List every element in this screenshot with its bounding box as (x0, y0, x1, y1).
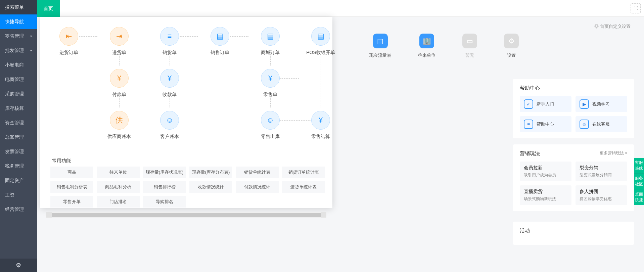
float-hotline[interactable]: 客服热线 (634, 158, 644, 174)
shortcut-settings[interactable]: ⚙ 设置 (504, 34, 519, 58)
panel-title: 活动 (520, 228, 627, 234)
placeholder-icon: ▭ (462, 34, 477, 48)
sidebar: 搜索菜单 快捷导航 零售管理▾ 批发管理▾ 小畅电商 电商管理 采购管理 库存核… (0, 0, 37, 272)
customize-home-link[interactable]: 首页自定义设置 (594, 24, 631, 30)
fn-guide-rank[interactable]: 导购排名 (143, 196, 186, 208)
sidebar-item-salary[interactable]: 工资 (0, 188, 37, 202)
fn-contact[interactable]: 往来单位 (97, 167, 140, 178)
fn-product[interactable]: 商品 (50, 167, 93, 178)
float-community[interactable]: 服务社区 (634, 174, 644, 189)
fn-sale-order-stat[interactable]: 销货订单统计表 (282, 167, 325, 178)
node-sale-order[interactable]: ▤销售订单 (195, 27, 245, 56)
shortcut-contacts[interactable]: 🏢 往来单位 (418, 34, 435, 58)
pos-icon: ▤ (311, 27, 330, 46)
node-purchase-bill[interactable]: ⇥进货单 (94, 27, 144, 56)
panel-activity: 活动 (513, 222, 634, 245)
payment-icon: ¥ (110, 69, 129, 88)
fn-store-rank[interactable]: 门店排名 (97, 196, 140, 208)
panel-title: 营销玩法 更多营销玩法 > (520, 150, 627, 157)
order-out-icon: ⇥ (110, 27, 129, 46)
marketing-more-link[interactable]: 更多营销玩法 > (600, 150, 627, 156)
scrollbar-thumb[interactable] (52, 213, 321, 217)
help-support[interactable]: ☺在线客服 (576, 116, 627, 132)
node-customer-ledger[interactable]: ☺客户账本 (144, 111, 195, 140)
headset-icon: ☺ (580, 120, 589, 129)
sidebar-item-ledger[interactable]: 总账管理 (0, 130, 37, 144)
function-grid: 商品 往来单位 现存量(库存状况表) 现存量(库存分布表) 销货单统计表 销货订… (44, 167, 329, 208)
fn-sale-bill-stat[interactable]: 销货单统计表 (236, 167, 279, 178)
supplier-icon: 供 (110, 111, 129, 130)
node-receipt[interactable]: ¥收款单 (144, 69, 195, 98)
fn-receipt-stat[interactable]: 收款情况统计 (189, 181, 232, 193)
expand-icon: ⛶ (634, 6, 638, 11)
sidebar-item-purchase[interactable]: 采购管理 (0, 87, 37, 101)
bill-icon: ≡ (160, 27, 179, 46)
video-icon: ▶ (580, 99, 589, 109)
flow-connector (321, 50, 321, 107)
building-icon: 🏢 (419, 34, 434, 48)
fn-payment-stat[interactable]: 付款情况统计 (236, 181, 279, 193)
panel-marketing: 营销玩法 更多营销玩法 > 会员拉新吸引用户成为会员 裂变分销裂变式发展分销商 … (513, 144, 634, 211)
help-center[interactable]: ≡帮助中心 (520, 116, 571, 132)
fn-stock-dist[interactable]: 现存量(库存分布表) (189, 167, 232, 178)
gear-icon: ⚙ (16, 262, 21, 269)
node-retail-settle[interactable]: ¥零售结算 (295, 111, 346, 140)
flow-diagram: ⇤进货订单 ⇥进货单 ≡销货单 ▤销售订单 ▤商城订单 ▤POS收银开单 ¥付款… (44, 27, 329, 154)
outbound-icon: ☺ (261, 111, 280, 130)
fn-stock-status[interactable]: 现存量(库存状况表) (143, 167, 186, 178)
topbar: 首页 ⛶ (37, 0, 644, 17)
node-payment[interactable]: ¥付款单 (94, 69, 144, 98)
mkt-fission[interactable]: 裂变分销裂变式发展分销商 (576, 162, 627, 181)
node-supplier-ledger[interactable]: 供供应商账本 (94, 111, 144, 140)
doc-icon: ▤ (211, 27, 229, 46)
sidebar-settings-button[interactable]: ⚙ (0, 259, 37, 272)
settle-icon: ¥ (311, 111, 330, 130)
sidebar-item-tax[interactable]: 税务管理 (0, 159, 37, 173)
fn-purchase-stat[interactable]: 进货单统计表 (282, 181, 325, 193)
fullscreen-button[interactable]: ⛶ (631, 3, 641, 13)
doc-icon: ✓ (524, 99, 533, 109)
shortcut-cashflow[interactable]: ▤ 现金流量表 (369, 34, 391, 58)
fn-sale-profit[interactable]: 销售毛利分析表 (50, 181, 93, 193)
sidebar-item-fixedasset[interactable]: 固定资产 (0, 173, 37, 188)
node-mall-order[interactable]: ▤商城订单 (245, 27, 295, 56)
mkt-member[interactable]: 会员拉新吸引用户成为会员 (520, 162, 571, 181)
help-getting-started[interactable]: ✓新手入门 (520, 96, 571, 112)
sidebar-search[interactable]: 搜索菜单 (0, 0, 37, 14)
sidebar-item-inventory[interactable]: 库存核算 (0, 101, 37, 116)
mkt-group[interactable]: 多人拼团拼团购物享受优惠 (576, 185, 627, 205)
common-functions-title: 常用功能 (52, 158, 329, 164)
book-icon: ≡ (524, 120, 533, 129)
floating-actions: 客服热线 服务社区 桌面快捷 (634, 158, 644, 205)
sidebar-item-wholesale[interactable]: 批发管理▾ (0, 43, 37, 58)
mall-icon: ▤ (261, 27, 280, 46)
float-desktop[interactable]: 桌面快捷 (634, 189, 644, 205)
panel-title: 帮助中心 (520, 85, 627, 91)
horizontal-scrollbar[interactable] (46, 212, 326, 218)
sidebar-item-xiaochang[interactable]: 小畅电商 (0, 58, 37, 72)
sidebar-item-funds[interactable]: 资金管理 (0, 116, 37, 130)
cashflow-icon: ▤ (373, 34, 388, 48)
node-purchase-order[interactable]: ⇤进货订单 (44, 27, 94, 56)
sidebar-item-ecommerce[interactable]: 电商管理 (0, 72, 37, 87)
help-video[interactable]: ▶视频学习 (576, 96, 627, 112)
fn-retail-open[interactable]: 零售开单 (50, 196, 93, 208)
node-sale-bill[interactable]: ≡销货单 (144, 27, 195, 56)
node-retail-out[interactable]: ☺零售出库 (245, 111, 295, 140)
gear-icon: ⚙ (504, 34, 519, 48)
sidebar-item-operation[interactable]: 经营管理 (0, 202, 37, 217)
fn-product-profit[interactable]: 商品毛利分析 (97, 181, 140, 193)
sidebar-item-quicknav[interactable]: 快捷导航 (0, 14, 37, 29)
customer-icon: ☺ (160, 111, 179, 130)
order-in-icon: ⇤ (59, 27, 78, 46)
sidebar-item-invoice[interactable]: 发票管理 (0, 144, 37, 159)
node-pos[interactable]: ▤POS收银开单 (295, 27, 346, 56)
fn-sale-rank[interactable]: 销售排行榜 (143, 181, 186, 193)
mkt-live[interactable]: 直播卖货场景式购物新玩法 (520, 185, 571, 205)
shortcut-none[interactable]: ▭ 暂无 (462, 34, 477, 58)
quicknav-popover: ⇤进货订单 ⇥进货单 ≡销货单 ▤销售订单 ▤商城订单 ▤POS收银开单 ¥付款… (40, 17, 332, 208)
node-retail-bill[interactable]: ¥零售单 (245, 69, 295, 98)
tab-home[interactable]: 首页 (37, 0, 60, 17)
sidebar-item-retail[interactable]: 零售管理▾ (0, 29, 37, 43)
shortcut-row: ▤ 现金流量表 🏢 往来单位 ▭ 暂无 ⚙ 设置 (369, 34, 519, 58)
